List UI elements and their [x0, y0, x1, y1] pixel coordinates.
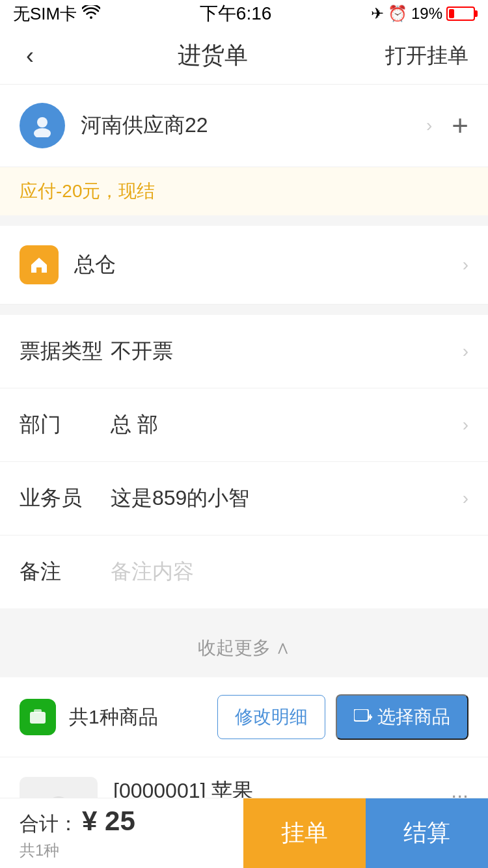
open-hang-button[interactable]: 打开挂单 — [385, 42, 468, 70]
svg-rect-4 — [354, 709, 368, 721]
department-value: 总 部 — [104, 411, 463, 439]
wifi-icon — [82, 4, 100, 24]
signal-text: 无SIM卡 — [13, 3, 77, 25]
warehouse-name: 总仓 — [74, 251, 463, 279]
product-icon — [20, 699, 56, 735]
staff-chevron-icon: › — [463, 488, 468, 509]
notice-bar: 应付-20元，现结 — [0, 167, 488, 215]
warehouse-icon — [20, 245, 59, 284]
invoice-type-value: 不开票 — [104, 337, 463, 366]
alarm-icon: ⏰ — [388, 5, 407, 23]
footer-total: 合计： ¥ 25 共1种 — [0, 798, 243, 868]
page-title: 进货单 — [178, 40, 248, 72]
form-card: 票据类型 不开票 › 部门 总 部 › 业务员 这是859的小智 › 备注 备注… — [0, 315, 488, 608]
battery-icon — [446, 7, 475, 21]
total-label: 合计： — [20, 811, 78, 837]
warehouse-card: 总仓 › — [0, 226, 488, 305]
collapse-bar[interactable]: 收起更多 ∧ — [0, 619, 488, 677]
svg-point-0 — [37, 117, 47, 128]
department-chevron-icon: › — [463, 414, 468, 435]
status-right: ✈ ⏰ 19% — [371, 5, 475, 23]
back-button[interactable]: ‹ — [20, 36, 40, 76]
warehouse-chevron-icon: › — [463, 254, 468, 275]
settle-button[interactable]: 结算 — [366, 798, 488, 868]
supplier-name: 河南供应商22 — [81, 111, 426, 140]
footer: 合计： ¥ 25 共1种 挂单 结算 — [0, 798, 488, 868]
select-product-label: 选择商品 — [377, 705, 450, 729]
warehouse-row[interactable]: 总仓 › — [0, 226, 488, 305]
footer-total-sub: 共1种 — [20, 840, 224, 861]
footer-total-main: 合计： ¥ 25 — [20, 806, 224, 837]
product-count: 共1种商品 — [69, 704, 217, 731]
svg-point-1 — [34, 128, 51, 137]
svg-rect-2 — [30, 712, 46, 724]
department-row[interactable]: 部门 总 部 › — [0, 388, 488, 462]
hang-button[interactable]: 挂单 — [243, 798, 366, 868]
nav-bar: ‹ 进货单 打开挂单 — [0, 27, 488, 85]
main-content: 河南供应商22 › + 应付-20元，现结 总仓 › 票据类型 不开票 › 部门… — [0, 85, 488, 868]
remark-row[interactable]: 备注 备注内容 — [0, 536, 488, 608]
battery-percent: 19% — [411, 5, 442, 23]
svg-rect-3 — [34, 709, 42, 713]
remark-input[interactable]: 备注内容 — [104, 558, 468, 586]
staff-label: 业务员 — [20, 484, 104, 513]
remark-label: 备注 — [20, 558, 104, 586]
supplier-row[interactable]: 河南供应商22 › + — [0, 85, 488, 167]
staff-row[interactable]: 业务员 这是859的小智 › — [0, 462, 488, 536]
department-label: 部门 — [20, 411, 104, 439]
staff-value: 这是859的小智 — [104, 484, 463, 513]
supplier-card: 河南供应商22 › + 应付-20元，现结 — [0, 85, 488, 215]
edit-detail-button[interactable]: 修改明细 — [217, 695, 325, 739]
status-bar: 无SIM卡 下午6:16 ✈ ⏰ 19% — [0, 0, 488, 27]
invoice-type-row[interactable]: 票据类型 不开票 › — [0, 315, 488, 388]
status-time: 下午6:16 — [200, 1, 272, 26]
status-left: 无SIM卡 — [13, 3, 100, 25]
supplier-avatar — [20, 103, 65, 148]
add-button[interactable]: + — [452, 109, 468, 142]
total-amount: ¥ 25 — [82, 806, 135, 837]
invoice-type-label: 票据类型 — [20, 337, 104, 366]
product-header: 共1种商品 修改明细 选择商品 — [0, 677, 488, 757]
supplier-chevron-icon: › — [426, 115, 432, 136]
invoice-type-chevron-icon: › — [463, 341, 468, 362]
location-icon: ✈ — [371, 5, 384, 23]
select-product-button[interactable]: 选择商品 — [336, 694, 468, 740]
